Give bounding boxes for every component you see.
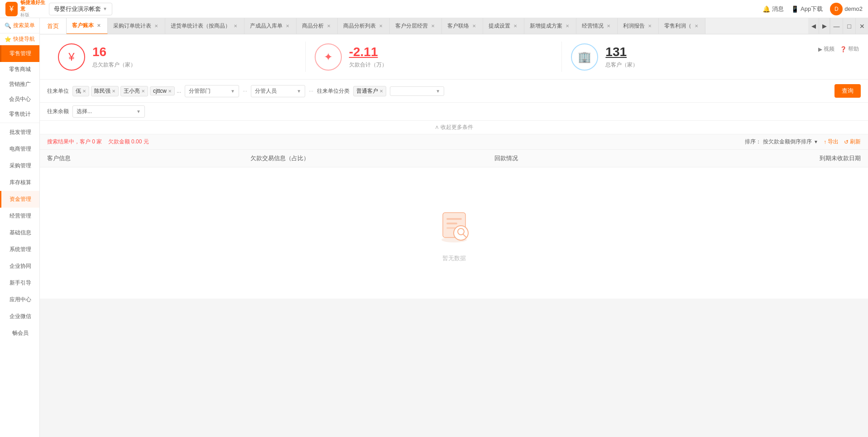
close-icon[interactable]: ✕ — [471, 23, 477, 29]
sidebar-item-member[interactable]: 会员中心 — [0, 92, 39, 107]
tab-customer-tier[interactable]: 客户分层经营 ✕ — [390, 18, 442, 34]
balance-filter-select[interactable]: 选择... ▼ — [72, 105, 145, 118]
tab-profit-report[interactable]: 利润报告 ✕ — [618, 18, 659, 34]
sidebar-item-wholesale[interactable]: 批发管理 — [0, 124, 39, 141]
query-button[interactable]: 查询 — [834, 84, 861, 98]
sidebar-item-purchase[interactable]: 采购管理 — [0, 157, 39, 174]
tab-product-list[interactable]: 商品分析列表 ✕ — [338, 18, 390, 34]
tab-customer-contact[interactable]: 客户联络 ✕ — [442, 18, 483, 34]
quick-nav[interactable]: ⭐ 快捷导航 — [0, 33, 39, 45]
video-link[interactable]: ▶ 视频 — [818, 45, 834, 53]
person-filter-select[interactable]: 分管人员 ▼ — [251, 85, 305, 97]
col-repay-header: 回款情况 — [494, 154, 698, 162]
sidebar-item-retail[interactable]: 零售管理 — [0, 45, 39, 62]
sidebar-item-apps[interactable]: 应用中心 — [0, 291, 39, 308]
filter-tag-wang: 王小亮 ✕ — [120, 86, 148, 96]
tab-purchase-order[interactable]: 采购订单统计表 ✕ — [108, 18, 165, 34]
filter-row-2: 往来余额 选择... ▼ — [40, 103, 868, 121]
tab-maximize-button[interactable]: □ — [843, 18, 855, 34]
collapse-row[interactable]: ∧ 收起更多条件 — [40, 121, 868, 134]
stat-debt-total: ✦ -2.11 欠款合计（万） — [305, 42, 562, 72]
refresh-button[interactable]: ↺ 刷新 — [844, 138, 861, 146]
stats-actions: ▶ 视频 ❓ 帮助 — [818, 42, 859, 72]
sidebar-item-cooperation[interactable]: 企业协同 — [0, 258, 39, 275]
sidebar-item-operations[interactable]: 经营管理 — [0, 208, 39, 224]
all-customers-icon: 🏢 — [571, 43, 598, 71]
remove-tag-cjttcw[interactable]: ✕ — [168, 89, 172, 94]
sort-select[interactable]: 排序： 按欠款金额倒序排序 ▼ — [745, 138, 818, 146]
close-icon[interactable]: ✕ — [430, 23, 436, 29]
content-area: 首页 客户账本 ✕ 采购订单统计表 ✕ 进货单统计表（按商品） ✕ 产成品入库单… — [40, 18, 868, 437]
close-icon[interactable]: ✕ — [647, 23, 653, 29]
app-download-button[interactable]: 📱 App下载 — [791, 5, 823, 13]
export-button[interactable]: ↑ 导出 — [824, 138, 839, 146]
user-menu[interactable]: D demo2 — [830, 3, 863, 15]
remove-tag-wa[interactable]: ✕ — [82, 89, 86, 94]
tab-business[interactable]: 经营情况 ✕ — [576, 18, 618, 34]
tab-stock-stats[interactable]: 进货单统计表（按商品） ✕ — [165, 18, 245, 34]
tab-add-commission[interactable]: 新增提成方案 ✕ — [524, 18, 576, 34]
svg-rect-4 — [446, 227, 456, 229]
sidebar-search[interactable]: 🔍 搜索菜单 — [0, 18, 39, 33]
close-icon[interactable]: ✕ — [232, 23, 239, 29]
sidebar-item-basic-info[interactable]: 基础信息 — [0, 224, 39, 241]
collapse-icon: ∧ — [435, 124, 439, 130]
messages-button[interactable]: 🔔 消息 — [762, 5, 784, 13]
sidebar-item-label: 应用中心 — [10, 296, 31, 303]
all-customers-label: 总客户（家） — [605, 61, 638, 69]
tab-next-button[interactable]: ▶ — [819, 18, 830, 34]
close-icon[interactable]: ✕ — [564, 23, 571, 29]
sidebar-item-ecommerce[interactable]: 电商管理 — [0, 141, 39, 157]
sidebar-item-marketing[interactable]: 营销推广 — [0, 77, 39, 92]
sidebar-item-retail-stats[interactable]: 零售统计 — [0, 107, 39, 122]
close-icon[interactable]: ✕ — [378, 23, 384, 29]
close-icon[interactable]: ✕ — [153, 23, 159, 29]
close-icon[interactable]: ✕ — [326, 23, 332, 29]
tab-product-analysis[interactable]: 商品分析 ✕ — [297, 18, 338, 34]
dept-filter-select[interactable]: 分管部门 ▼ — [185, 85, 239, 97]
tab-close-button[interactable]: ✕ — [855, 18, 868, 34]
tab-prev-button[interactable]: ◀ — [808, 18, 819, 34]
close-icon[interactable]: ✕ — [693, 23, 700, 29]
tab-finished-goods[interactable]: 产成品入库单 ✕ — [245, 18, 297, 34]
sidebar-item-label: 营销推广 — [9, 81, 31, 87]
remove-tag-normal[interactable]: ✕ — [379, 89, 383, 94]
filter-row-1: 往来单位 佤 ✕ 陈民强 ✕ 王小亮 ✕ cjttcw — [40, 80, 868, 103]
close-icon[interactable]: ✕ — [605, 23, 612, 29]
total-customers-label: 总欠款客户（家） — [92, 61, 136, 69]
tab-commission-setup[interactable]: 提成设置 ✕ — [483, 18, 524, 34]
sidebar-item-finance[interactable]: 资金管理 — [0, 191, 39, 208]
more-tags-indicator[interactable]: ... — [177, 88, 181, 94]
sidebar-item-beginner[interactable]: 新手引导 — [0, 275, 39, 291]
sidebar-item-system[interactable]: 系统管理 — [0, 241, 39, 258]
category-filter-label: 往来单位分类 — [317, 87, 350, 95]
close-icon[interactable]: ✕ — [284, 23, 291, 29]
empty-text: 暂无数据 — [442, 254, 466, 262]
remove-tag-chen[interactable]: ✕ — [112, 89, 115, 94]
table-header: 客户信息 欠款交易信息（占比） 回款情况 到期未收款日期 — [40, 150, 868, 167]
close-icon[interactable]: ✕ — [96, 23, 102, 28]
tab-retail-profit[interactable]: 零售利润（ ✕ — [659, 18, 705, 34]
remove-tag-wang[interactable]: ✕ — [141, 89, 145, 94]
export-icon: ↑ — [824, 139, 826, 145]
sidebar-item-shop[interactable]: 零售商城 — [0, 62, 39, 77]
sidebar-item-wechat[interactable]: 企业微信 — [0, 308, 39, 325]
search-icon: 🔍 — [5, 23, 11, 29]
page-content: ¥ 16 总欠款客户（家） ✦ -2.11 欠款合计（万） 🏢 — [40, 34, 868, 437]
category-filter-select[interactable]: ▼ — [390, 86, 444, 96]
top-bar-left: ¥ 畅捷通好生意 标版 母婴行业演示帐套 ▼ — [5, 0, 112, 18]
tab-customer-ledger[interactable]: 客户账本 ✕ — [67, 18, 108, 34]
sidebar: 🔍 搜索菜单 ⭐ 快捷导航 零售管理 零售商城 营销推广 会员中心 零售统计 批… — [0, 18, 40, 437]
sidebar-item-inventory[interactable]: 库存核算 — [0, 174, 39, 191]
tenant-selector[interactable]: 母婴行业演示帐套 ▼ — [49, 3, 112, 15]
dept-more-icon[interactable]: ··· — [243, 88, 247, 94]
tab-home[interactable]: 首页 — [40, 18, 67, 34]
tab-minimize-button[interactable]: — — [830, 18, 843, 34]
stat-all-customers: 🏢 131 总客户（家） — [561, 42, 818, 72]
close-icon[interactable]: ✕ — [512, 23, 518, 29]
sidebar-item-vip[interactable]: 畅会员 — [0, 325, 39, 342]
sidebar-item-label: 采购管理 — [10, 162, 31, 169]
help-link[interactable]: ❓ 帮助 — [840, 45, 859, 53]
person-more-icon[interactable]: ··· — [309, 88, 313, 94]
debt-icon: ✦ — [315, 43, 342, 71]
